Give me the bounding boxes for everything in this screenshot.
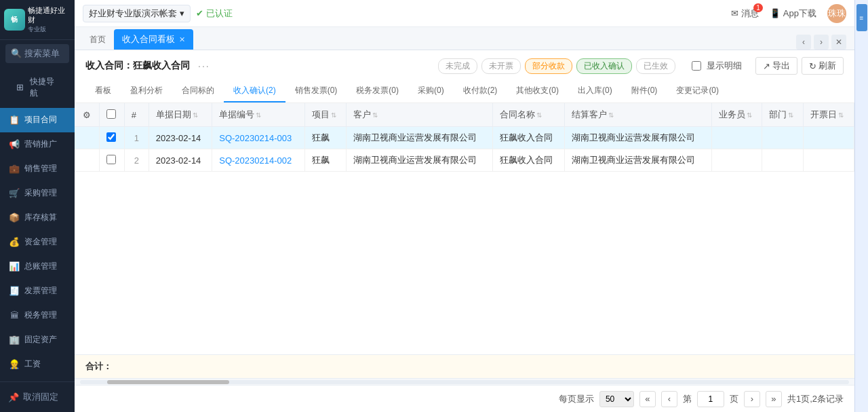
sidebar-item-manage[interactable]: 📈 经营管理: [0, 377, 75, 381]
dept-sort[interactable]: 部门: [769, 109, 793, 121]
tab-tax-invoice[interactable]: 税务发票(0): [347, 80, 408, 102]
row2-open-date: [804, 149, 854, 172]
tab-kanban[interactable]: 看板: [85, 80, 121, 102]
settlement-sort[interactable]: 结算客户: [572, 109, 614, 121]
tab-attachment[interactable]: 附件(0): [622, 80, 667, 102]
dept-column-header[interactable]: 部门: [762, 103, 804, 127]
customer-column-header[interactable]: 客户: [346, 103, 493, 127]
sidebar-item-sales[interactable]: 💼 销售管理: [0, 157, 75, 181]
num-column-header: #: [124, 103, 149, 127]
tab-profit[interactable]: 盈利分析: [121, 80, 172, 102]
sidebar-item-labor[interactable]: 👷 工资: [0, 352, 75, 377]
status-partial-payment[interactable]: 部分收款: [525, 58, 572, 74]
first-page-button[interactable]: «: [639, 391, 656, 407]
sidebar-item-tax[interactable]: 🏛 税务管理: [0, 303, 75, 328]
company-name: 好业财专业版演示帐套: [89, 7, 177, 20]
total-records-label: 共1页,2条记录: [787, 393, 844, 405]
order-date-column-header[interactable]: 单据日期: [149, 103, 212, 127]
row1-settings: [75, 127, 99, 149]
sidebar-item-purchase[interactable]: 🛒 采购管理: [0, 181, 75, 206]
status-effective[interactable]: 已生效: [636, 58, 675, 74]
row1-date: 2023-02-14: [149, 127, 212, 149]
show-detail-checkbox[interactable]: [692, 61, 701, 71]
marketing-icon: 📢: [8, 138, 20, 151]
app-download-button[interactable]: 📱 App下载: [770, 7, 816, 20]
search-menu-button[interactable]: 🔍 搜索菜单: [5, 44, 69, 63]
fixed-assets-icon: 🏢: [8, 334, 20, 346]
avatar[interactable]: 珠珠: [827, 4, 846, 23]
row1-select[interactable]: [106, 132, 116, 142]
settings-column-header[interactable]: ⚙: [75, 103, 99, 127]
tab-close-all-button[interactable]: ✕: [831, 35, 846, 50]
tab-income-contract[interactable]: 收入合同看板 ✕: [114, 29, 193, 50]
table-row[interactable]: 2 2023-02-14 SQ-20230214-002 狂飙 湖南卫视商业运营…: [75, 149, 854, 172]
status-uninvoiced[interactable]: 未开票: [481, 58, 521, 74]
customer-sort[interactable]: 客户: [353, 109, 378, 121]
tab-home[interactable]: 首页: [83, 30, 113, 50]
next-page-button[interactable]: ›: [744, 391, 760, 407]
project-sort[interactable]: 项目: [312, 109, 336, 121]
message-button[interactable]: ✉ 消息 1: [731, 7, 759, 20]
tab-other-income[interactable]: 其他收支(0): [507, 80, 568, 102]
open-date-column-header[interactable]: 开票日: [804, 103, 854, 127]
row2-order-no[interactable]: SQ-20230214-002: [212, 149, 305, 172]
prev-page-button[interactable]: ‹: [661, 391, 677, 407]
sidebar-logo: 畅 畅捷通好业财 专业版: [0, 0, 75, 40]
tab-prev-button[interactable]: ‹: [796, 35, 811, 50]
row2-order-link[interactable]: SQ-20230214-002: [219, 155, 292, 166]
sidebar-item-marketing[interactable]: 📢 营销推广: [0, 132, 75, 157]
order-date-sort[interactable]: 单据日期: [156, 109, 198, 121]
settlement-customer-column-header[interactable]: 结算客户: [564, 103, 711, 127]
sidebar-item-project[interactable]: 📋 项目合同: [0, 108, 75, 132]
scrollbar-thumb[interactable]: [107, 380, 229, 384]
per-page-select[interactable]: 50 100 200: [599, 391, 634, 407]
project-column-header[interactable]: 项目: [304, 103, 346, 127]
tab-sales-invoice[interactable]: 销售发票(0): [285, 80, 347, 102]
right-sidebar-toggle[interactable]: ≡: [856, 4, 867, 31]
more-options-button[interactable]: ···: [198, 60, 210, 71]
horizontal-scrollbar[interactable]: [75, 378, 854, 385]
contract-name-column-header[interactable]: 合同名称: [493, 103, 565, 127]
sales-icon: 💼: [8, 163, 20, 175]
page-prefix-label: 第: [683, 393, 692, 405]
export-button[interactable]: ↗ 导出: [755, 57, 797, 75]
page-number-input[interactable]: 1: [697, 391, 724, 407]
sidebar-item-capital[interactable]: 💰 资金管理: [0, 230, 75, 255]
row1-order-link[interactable]: SQ-20230214-003: [219, 133, 292, 143]
unpin-button[interactable]: 📌 取消固定: [8, 388, 66, 407]
sidebar-item-general[interactable]: 📊 总账管理: [0, 255, 75, 279]
project-icon: 📋: [8, 114, 20, 126]
sidebar-item-inventory[interactable]: 📦 库存核算: [0, 206, 75, 230]
order-no-column-header[interactable]: 单据编号: [212, 103, 305, 127]
tab-contract-standard[interactable]: 合同标的: [172, 80, 224, 102]
company-selector[interactable]: 好业财专业版演示帐套 ▾: [83, 5, 191, 22]
main-area: 好业财专业版演示帐套 ▾ ✔ 已认证 ✉ 消息 1 📱 App下载 珠珠 首页 …: [75, 0, 854, 412]
row1-order-no[interactable]: SQ-20230214-003: [212, 127, 305, 149]
contract-name-sort[interactable]: 合同名称: [500, 109, 542, 121]
order-no-sort[interactable]: 单据编号: [219, 109, 261, 121]
sidebar-item-fixed-assets[interactable]: 🏢 固定资产: [0, 328, 75, 352]
tab-change-log[interactable]: 变更记录(0): [667, 80, 728, 102]
verified-badge: ✔ 已认证: [196, 7, 233, 20]
refresh-button[interactable]: ↻ 刷新: [802, 57, 844, 75]
sidebar-quick-nav[interactable]: ⊞ 快捷导航: [5, 70, 69, 105]
row2-select[interactable]: [106, 155, 116, 164]
tab-payment[interactable]: 收付款(2): [454, 80, 507, 102]
salesman-sort[interactable]: 业务员: [719, 109, 752, 121]
income-confirm-table: ⚙ # 单据日期 单据编号 项目 客户 合同名称 结算客户 业务员 部门 开票日: [75, 103, 854, 172]
select-all-checkbox[interactable]: [106, 109, 116, 119]
status-income-confirmed[interactable]: 已收入确认: [576, 58, 632, 74]
tab-close-icon[interactable]: ✕: [179, 35, 185, 44]
tab-income-confirm[interactable]: 收入确认(2): [224, 80, 285, 102]
row2-settlement: 湖南卫视商业运营发展有限公司: [564, 149, 711, 172]
sidebar: 畅 畅捷通好业财 专业版 🔍 搜索菜单 ⊞ 快捷导航 📋 项目合同 📢 营销推广…: [0, 0, 75, 412]
open-date-sort[interactable]: 开票日: [810, 109, 844, 121]
status-incomplete[interactable]: 未完成: [438, 58, 477, 74]
tab-warehouse[interactable]: 出入库(0): [568, 80, 622, 102]
last-page-button[interactable]: »: [766, 391, 782, 407]
tab-next-button[interactable]: ›: [814, 35, 829, 50]
salesman-column-header[interactable]: 业务员: [711, 103, 762, 127]
tab-purchase[interactable]: 采购(0): [408, 80, 454, 102]
sidebar-item-invoice[interactable]: 🧾 发票管理: [0, 279, 75, 303]
table-row[interactable]: 1 2023-02-14 SQ-20230214-003 狂飙 湖南卫视商业运营…: [75, 127, 854, 149]
